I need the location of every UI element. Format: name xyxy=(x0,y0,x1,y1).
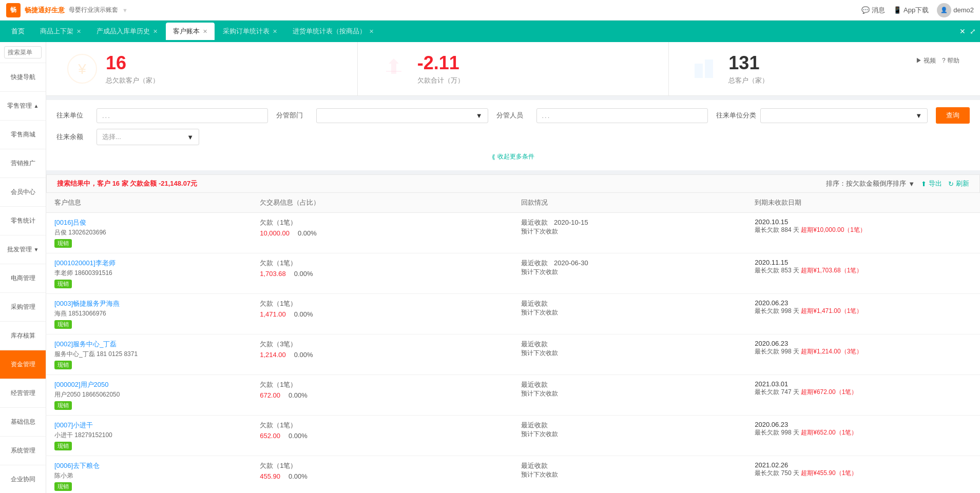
video-button[interactable]: ▶ 视频 xyxy=(916,56,936,65)
due-date-cell: 2020.06.23 最长欠款 998 天 超期¥652.00（1笔） xyxy=(746,416,980,456)
overdue-amount-link[interactable]: 超期¥1,471.00（1笔） xyxy=(801,307,862,314)
tab-purchase-stats[interactable]: 采购订单统计表 ✕ xyxy=(216,23,284,40)
app-download-button[interactable]: 📱 App下载 xyxy=(893,6,929,15)
sidebar-item-system[interactable]: 系统管理 xyxy=(0,437,46,465)
owe-count: 欠款（1笔） xyxy=(260,218,505,227)
customer-tag: 现销 xyxy=(54,401,72,410)
overdue-amount-link[interactable]: 超期¥1,214.00（3笔） xyxy=(801,348,862,355)
dept-select[interactable]: ▼ xyxy=(316,108,488,123)
sidebar-item-finance[interactable]: 资金管理 xyxy=(0,350,46,379)
overdue-amount-link[interactable]: 超期¥672.00（1笔） xyxy=(801,388,857,396)
owe-amount: 455.90 xyxy=(260,472,280,480)
recover-cell: 最近收款 预计下次收款 xyxy=(513,334,746,375)
user-avatar-button[interactable]: 👤 demo2 xyxy=(937,3,974,17)
customer-name-link[interactable]: [0007]小进干 xyxy=(54,421,243,430)
tab-home[interactable]: 首页 xyxy=(4,23,32,40)
sidebar-item-wholesale-mgmt[interactable]: 批发管理 ▼ xyxy=(0,235,46,264)
tab-home-label: 首页 xyxy=(11,27,25,36)
owe-info-cell: 欠款（1笔） 672.00 0.00% xyxy=(252,375,513,416)
recover-info: 最近收款 xyxy=(521,421,738,430)
customer-name-link[interactable]: [000002]用户2050 xyxy=(54,380,243,389)
collapse-icon: ⟪ xyxy=(492,153,495,161)
tab-close-icon[interactable]: ✕ xyxy=(153,28,158,35)
export-label: 导出 xyxy=(929,179,942,188)
owe-amount: 10,000.00 xyxy=(260,229,290,237)
help-button[interactable]: ? 帮助 xyxy=(942,56,959,65)
sidebar-item-basic-info[interactable]: 基础信息 xyxy=(0,408,46,437)
overdue-days: 最长欠款 998 天 xyxy=(755,348,801,355)
source-unit-input[interactable]: ... xyxy=(97,108,268,123)
minimize-icon[interactable]: ✕ xyxy=(959,27,966,35)
sidebar-item-member[interactable]: 会员中心 xyxy=(0,178,46,207)
last-recover-date: 2020-06-30 xyxy=(554,259,588,267)
export-button[interactable]: ⬆ 导出 xyxy=(921,179,942,188)
owe-customers-label: 总欠款客户（家） xyxy=(106,76,159,85)
last-recover-label: 最近收款 xyxy=(521,259,548,267)
customer-name-link[interactable]: [0003]畅捷服务尹海燕 xyxy=(54,299,243,308)
sidebar-item-enterprise[interactable]: 企业协同 xyxy=(0,465,46,493)
overdue-info: 最长欠款 998 天 超期¥1,214.00（3笔） xyxy=(755,347,972,356)
refresh-button[interactable]: ↻ 刷新 xyxy=(948,179,969,188)
overdue-amount-link[interactable]: 超期¥652.00（1笔） xyxy=(801,429,857,436)
sort-selector[interactable]: 排序：按欠款金额倒序排序 ▼ xyxy=(826,179,915,188)
owe-info-cell: 欠款（1笔） 10,000.00 0.00% xyxy=(252,213,513,253)
username: demo2 xyxy=(953,6,974,14)
overdue-amount-link[interactable]: 超期¥455.90（1笔） xyxy=(801,469,857,477)
tab-close-icon[interactable]: ✕ xyxy=(369,28,374,35)
customer-name-link[interactable]: [0002]服务中心_丁磊 xyxy=(54,340,243,349)
customer-phone: 小进干 18279152100 xyxy=(54,431,243,440)
overdue-days: 最长欠款 998 天 xyxy=(755,307,801,314)
sidebar-item-retail-stats[interactable]: 零售统计 xyxy=(0,207,46,235)
owe-percent: 0.00% xyxy=(289,472,308,480)
tab-production-history[interactable]: 产成品入库单历史 ✕ xyxy=(89,23,165,40)
customer-name-link[interactable]: [0006]去下粮仓 xyxy=(54,461,243,470)
person-input[interactable]: ... xyxy=(536,108,708,123)
overdue-amount-link[interactable]: 超期¥10,000.00（1笔） xyxy=(801,226,866,233)
owe-amount: 1,471.00 xyxy=(260,310,286,318)
tab-customer-account[interactable]: 客户账本 ✕ xyxy=(166,23,215,40)
owe-total-label: 欠款合计（万） xyxy=(417,76,464,85)
tab-close-icon[interactable]: ✕ xyxy=(273,28,277,35)
sidebar-item-operations[interactable]: 经营管理 xyxy=(0,379,46,408)
query-button[interactable]: 查询 xyxy=(936,107,970,124)
balance-select[interactable]: 选择... ▼ xyxy=(97,129,199,145)
export-icon: ⬆ xyxy=(921,180,927,188)
chevron-down-icon: ▼ xyxy=(187,133,194,141)
input-dots: ... xyxy=(542,112,551,120)
message-button[interactable]: 💬 消息 xyxy=(861,6,885,15)
customer-name-link[interactable]: [0016]吕俊 xyxy=(54,218,243,227)
fullscreen-icon[interactable]: ⤢ xyxy=(970,27,976,35)
tab-product-listing[interactable]: 商品上下架 ✕ xyxy=(33,23,88,40)
sidebar-item-quick-nav[interactable]: 快捷导航 xyxy=(0,63,46,92)
collapse-button[interactable]: ⟪ 收起更多条件 xyxy=(492,152,534,161)
tab-close-icon[interactable]: ✕ xyxy=(203,28,207,35)
collapse-row: ⟪ 收起更多条件 xyxy=(56,150,970,163)
sidebar-item-purchase[interactable]: 采购管理 xyxy=(0,293,46,322)
owe-info-cell: 欠款（1笔） 455.90 0.00% xyxy=(252,456,513,494)
owe-count: 欠款（1笔） xyxy=(260,380,505,389)
dropdown-chevron[interactable]: ▼ xyxy=(122,7,128,13)
customer-phone: 服务中心_丁磊 181 0125 8371 xyxy=(54,350,243,359)
last-recover-label: 最近收款 xyxy=(521,462,548,469)
recover-cell: 最近收款 2020-10-15 预计下次收款 xyxy=(513,213,746,253)
unit-category-select[interactable]: ▼ xyxy=(760,108,928,123)
results-actions: 排序：按欠款金额倒序排序 ▼ ⬆ 导出 ↻ 刷新 xyxy=(826,179,969,188)
due-date-cell: 2021.03.01 最长欠款 747 天 超期¥672.00（1笔） xyxy=(746,375,980,416)
due-date: 2020.06.23 xyxy=(755,421,972,428)
overdue-info: 最长欠款 884 天 超期¥10,000.00（1笔） xyxy=(755,226,972,234)
results-owe-amount: -21,148.07元 xyxy=(159,180,197,187)
tab-label: 进货单统计表（按商品） xyxy=(293,27,366,36)
owe-amount: 1,703.68 xyxy=(260,270,286,278)
tab-label: 采购订单统计表 xyxy=(223,27,270,36)
customer-name-link[interactable]: [0001020001]李老师 xyxy=(54,259,243,268)
sidebar-item-inventory[interactable]: 库存核算 xyxy=(0,322,46,350)
tab-close-icon[interactable]: ✕ xyxy=(76,28,81,35)
overdue-amount-link[interactable]: 超期¥1,703.68（1笔） xyxy=(801,267,862,274)
tab-goods-stats[interactable]: 进货单统计表（按商品） ✕ xyxy=(285,23,381,40)
sidebar-search-input[interactable] xyxy=(4,46,42,58)
sidebar-item-marketing[interactable]: 营销推广 xyxy=(0,149,46,178)
sidebar-item-ecommerce[interactable]: 电商管理 xyxy=(0,264,46,293)
sidebar-item-label: 经营管理 xyxy=(11,389,35,398)
sidebar-item-retail-mall[interactable]: 零售商城 xyxy=(0,121,46,149)
sidebar-item-retail-mgmt[interactable]: 零售管理 ▲ xyxy=(0,92,46,121)
